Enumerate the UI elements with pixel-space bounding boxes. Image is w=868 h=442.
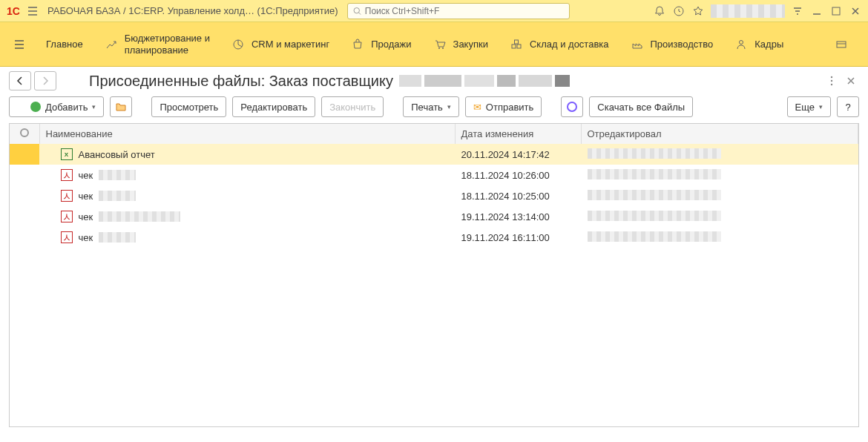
svg-rect-2 <box>832 7 840 15</box>
close-panel-icon[interactable] <box>843 73 859 89</box>
send-button[interactable]: ✉ Отправить <box>465 96 542 117</box>
file-name: чек <box>79 170 93 181</box>
favorites-icon[interactable] <box>688 1 708 21</box>
circle-icon <box>567 102 577 112</box>
help-button[interactable]: ? <box>837 96 859 117</box>
content-area: Присоединенные файлы: Заказ поставщику +… <box>0 67 868 427</box>
file-name: чек <box>79 191 93 202</box>
pdf-file-icon: 人 <box>61 190 73 202</box>
redacted <box>99 170 136 180</box>
more-options-icon[interactable] <box>823 73 840 89</box>
global-search[interactable] <box>347 3 570 19</box>
minimize-button[interactable] <box>807 1 826 21</box>
pdf-file-icon: 人 <box>61 169 73 181</box>
nav-back-button[interactable] <box>9 71 31 90</box>
boxes-icon <box>509 37 524 52</box>
svg-point-12 <box>831 80 832 82</box>
page-title: Присоединенные файлы: Заказ поставщику <box>89 73 821 90</box>
name-col-header[interactable]: Наименование <box>39 124 455 144</box>
card-icon <box>834 37 849 52</box>
redacted <box>99 211 180 222</box>
cart-icon <box>433 37 447 52</box>
row-date-cell: 19.11.2024 13:14:00 <box>455 206 581 227</box>
main-hamburger-icon[interactable] <box>24 2 42 20</box>
add-button[interactable]: + Добавить ▾ <box>9 96 104 117</box>
file-name: чек <box>79 211 93 222</box>
more-button[interactable]: Еще▾ <box>787 96 831 117</box>
title-redacted <box>399 75 570 87</box>
notifications-icon[interactable] <box>650 1 669 21</box>
menu-budgeting[interactable]: Бюджетирование и планирование <box>93 22 220 66</box>
menu-main[interactable]: Главное <box>36 22 93 66</box>
file-name: Авансовый отчет <box>79 149 155 160</box>
svg-point-11 <box>831 76 832 78</box>
menu-more[interactable] <box>823 22 865 66</box>
chart-up-icon <box>104 37 119 52</box>
view-button[interactable]: Просмотреть <box>151 96 226 117</box>
menu-warehouse[interactable]: Склад и доставка <box>499 22 619 66</box>
date-col-header[interactable]: Дата изменения <box>455 124 581 144</box>
history-icon[interactable] <box>669 1 688 21</box>
row-status-cell <box>10 185 39 206</box>
download-all-button[interactable]: Скачать все Файлы <box>589 96 693 117</box>
svg-rect-8 <box>514 40 518 44</box>
row-name-cell: 人чек <box>39 165 455 185</box>
menu-hr[interactable]: Кадры <box>723 22 794 66</box>
row-name-cell: XАвансовый отчет <box>39 144 455 165</box>
redacted <box>99 191 136 201</box>
search-input[interactable] <box>365 6 565 16</box>
files-table: Наименование Дата изменения Отредактиров… <box>9 123 859 427</box>
file-name: чек <box>79 232 93 243</box>
menu-purchases[interactable]: Закупки <box>422 22 499 66</box>
redacted <box>588 231 721 242</box>
window-title: РАБОЧАЯ БАЗА / 1С:ERP. Управление холд… … <box>47 5 338 16</box>
row-editor-cell <box>581 144 858 165</box>
action-button[interactable] <box>561 96 583 117</box>
editor-col-header[interactable]: Отредактировал <box>581 124 858 144</box>
close-button[interactable] <box>846 1 865 21</box>
row-status-cell <box>10 206 39 227</box>
redacted <box>588 148 721 159</box>
redacted <box>588 190 721 200</box>
folder-open-button[interactable] <box>110 96 132 117</box>
bag-icon <box>350 37 365 52</box>
finish-button[interactable]: Закончить <box>321 96 384 117</box>
menu-toggle[interactable] <box>3 22 36 66</box>
titlebar: 1С РАБОЧАЯ БАЗА / 1С:ERP. Управление хол… <box>0 0 868 22</box>
table-row[interactable]: 人чек18.11.2024 10:25:00 <box>10 185 858 206</box>
maximize-button[interactable] <box>826 1 846 21</box>
print-button[interactable]: Печать▾ <box>403 96 459 117</box>
row-editor-cell <box>581 227 858 248</box>
row-date-cell: 19.11.2024 16:11:00 <box>455 227 581 248</box>
app-logo: 1С <box>3 4 24 19</box>
user-area-redacted <box>711 4 785 18</box>
settings-icon[interactable] <box>788 1 807 21</box>
svg-rect-7 <box>517 44 521 48</box>
table-row[interactable]: 人чек19.11.2024 16:11:00 <box>10 227 858 248</box>
svg-rect-10 <box>837 42 846 47</box>
factory-icon <box>630 37 645 52</box>
person-icon <box>734 37 749 52</box>
menu-crm[interactable]: CRM и маркетинг <box>220 22 340 66</box>
chevron-down-icon: ▾ <box>819 103 823 110</box>
table-row[interactable]: 人чек19.11.2024 13:14:00 <box>10 206 858 227</box>
row-date-cell: 20.11.2024 14:17:42 <box>455 144 581 165</box>
edit-button[interactable]: Редактировать <box>232 96 315 117</box>
excel-file-icon: X <box>61 148 73 160</box>
row-editor-cell <box>581 165 858 185</box>
pdf-file-icon: 人 <box>61 211 73 222</box>
redacted <box>99 232 136 243</box>
svg-point-13 <box>831 84 832 85</box>
envelope-icon: ✉ <box>473 102 481 113</box>
table-row[interactable]: XАвансовый отчет20.11.2024 14:17:42 <box>10 144 858 165</box>
svg-rect-6 <box>512 44 516 48</box>
menu-sales[interactable]: Продажи <box>340 22 421 66</box>
pie-icon <box>231 37 246 52</box>
row-status-cell <box>10 227 39 248</box>
table-row[interactable]: 人чек18.11.2024 10:26:00 <box>10 165 858 185</box>
row-name-cell: 人чек <box>39 206 455 227</box>
nav-forward-button[interactable] <box>34 71 56 90</box>
status-col-header[interactable] <box>10 124 39 144</box>
toolbar: + Добавить ▾ Просмотреть Редактировать З… <box>3 93 865 123</box>
menu-production[interactable]: Производство <box>619 22 724 66</box>
